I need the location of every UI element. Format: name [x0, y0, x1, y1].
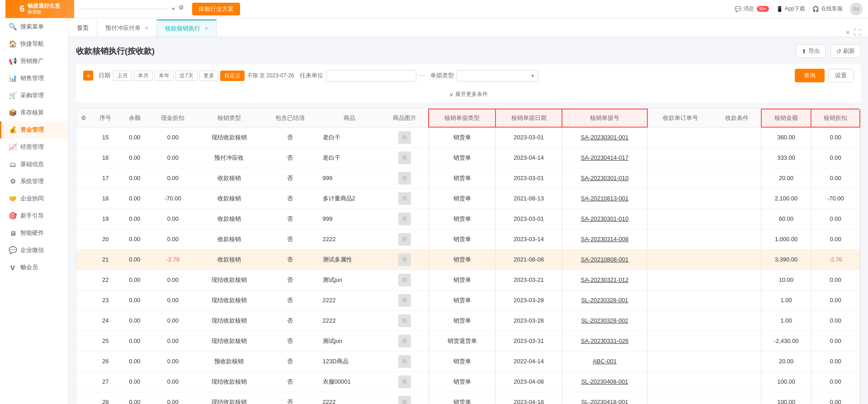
table-row: 28 0.00 0.00 现结收款核销 否 2222 图 销货单 2023-04…	[76, 392, 860, 404]
setting-button[interactable]: 设置	[828, 69, 854, 82]
verify-doc-no-cell[interactable]: SA-20230331-026	[562, 331, 647, 351]
cash-discount-cell: 0.00	[149, 351, 197, 371]
gear-icon[interactable]: ⚙	[179, 4, 189, 14]
verify-type-cell: 预付冲应收	[197, 147, 262, 168]
receipt-type-select[interactable]	[457, 70, 538, 81]
verify-discount-cell: 0.00	[811, 392, 860, 404]
tab-collection-close[interactable]: ×	[205, 25, 208, 32]
verify-doc-type-cell: 销货单	[429, 270, 495, 290]
date-btn-last-month[interactable]: 上月	[113, 71, 132, 81]
verify-doc-no-cell[interactable]: SA-20230301-001	[562, 127, 647, 147]
date-btn-this-year[interactable]: 本年	[155, 71, 174, 81]
tab-prepay-close[interactable]: ×	[145, 25, 148, 31]
page-title: 收款核销执行(按收款)	[76, 46, 155, 57]
app-download-group[interactable]: 📱 App下载	[776, 5, 805, 13]
tab-prepay[interactable]: 预付冲应付单 ×	[97, 19, 157, 37]
verify-doc-type-cell: 销货单	[429, 209, 495, 229]
product-img-cell: 图	[381, 290, 429, 310]
service-icon: 🎧	[812, 6, 819, 12]
sidebar-item-basic[interactable]: 🗂 基础信息	[0, 156, 68, 173]
filter-expand-button[interactable]: »	[83, 71, 93, 81]
verify-doc-no-cell[interactable]: SA-20230314-008	[562, 229, 647, 249]
industry-button[interactable]: 体验行业方案	[192, 3, 240, 15]
verify-doc-no-cell[interactable]: SA-20230321-012	[562, 270, 647, 290]
product-cell: 衣服00001	[318, 371, 381, 392]
product-img-cell: 图	[381, 209, 429, 229]
date-btn-7days[interactable]: 近7天	[175, 71, 198, 81]
date-btn-more[interactable]: 更多	[199, 71, 218, 81]
tab-expand-icon[interactable]: ⛶	[854, 29, 861, 37]
sidebar-item-search[interactable]: 🔍 搜索菜单	[0, 18, 68, 35]
date-filter-group: 日期 上月 本月 本年 近7天 更多 自定义 不限 至 2023-07-26	[99, 71, 294, 81]
sidebar-item-hardware[interactable]: 🖥 智能硬件	[0, 224, 68, 242]
sidebar-item-system[interactable]: ⚙ 系统管理	[0, 173, 68, 190]
verify-doc-type-cell: 销货单	[429, 168, 495, 188]
included-settled-cell: 否	[262, 310, 318, 331]
product-cell: 测试jun	[318, 270, 381, 290]
query-button[interactable]: 查询	[795, 69, 825, 82]
expand-icon: »	[86, 72, 90, 79]
table-row: 22 0.00 0.00 现结收款核销 否 测试jun 图 销货单 2023-0…	[76, 270, 860, 290]
verify-doc-no-cell[interactable]: SA-20230301-010	[562, 168, 647, 188]
message-group[interactable]: 💬 消息 99+	[735, 5, 769, 13]
verify-doc-date-cell: 2023-04-08	[495, 371, 562, 392]
sidebar-item-sales[interactable]: 📊 销售管理	[0, 70, 68, 87]
receipt-order-no-cell	[647, 147, 713, 168]
verify-doc-no-cell[interactable]: SA-20230414-017	[562, 147, 647, 168]
avatar[interactable]: Rit	[850, 3, 863, 15]
online-service-group[interactable]: 🎧 在线客服	[812, 5, 843, 13]
tab-close-all-icon[interactable]: ×	[846, 29, 850, 37]
th-receipt-order-no: 收款单订单号	[647, 109, 713, 127]
sidebar-item-operation[interactable]: 📈 经营管理	[0, 138, 68, 156]
refresh-button[interactable]: ↺ 刷新	[830, 44, 861, 58]
verify-doc-no-cell[interactable]: SL-20230408-001	[562, 371, 647, 392]
included-settled-cell: 否	[262, 229, 318, 249]
product-img-cell: 图	[381, 249, 429, 270]
verify-doc-no-cell[interactable]: SA-20230301-010	[562, 209, 647, 229]
settings-cell	[76, 270, 91, 290]
app-download-label: App下载	[785, 5, 805, 13]
tab-home-label: 首页	[77, 24, 89, 32]
sidebar-label-quick-nav: 快捷导航	[20, 40, 44, 48]
verify-doc-no-cell[interactable]: SA-20210808-001	[562, 249, 647, 270]
seq-cell: 21	[91, 249, 120, 270]
verify-doc-no-cell[interactable]: SL-20230418-001	[562, 392, 647, 404]
sidebar-item-member[interactable]: V 畅会员	[0, 259, 68, 276]
table-settings-icon[interactable]: ⚙	[81, 114, 86, 121]
dropdown-icon[interactable]: ▾	[172, 5, 175, 12]
sidebar-item-inventory[interactable]: 📦 库存核算	[0, 104, 68, 121]
sidebar-item-cooperation[interactable]: 🤝 企业协同	[0, 190, 68, 207]
sidebar-label-hardware: 智能硬件	[20, 229, 44, 237]
cash-discount-cell: 0.00	[149, 392, 197, 404]
verify-doc-no-cell[interactable]: SL-20230328-002	[562, 310, 647, 331]
export-button[interactable]: ⬆ 导出	[796, 44, 826, 58]
sidebar-item-marketing[interactable]: 📢 营销推广	[0, 52, 68, 70]
url-bar[interactable]	[78, 8, 168, 10]
date-btn-this-month[interactable]: 本月	[134, 71, 153, 81]
sidebar-label-sales: 销售管理	[20, 74, 44, 82]
settings-cell	[76, 392, 91, 404]
tab-home[interactable]: 首页	[69, 19, 97, 37]
sidebar-item-purchase[interactable]: 🛒 采购管理	[0, 87, 68, 104]
verify-doc-no-cell[interactable]: ABC-001	[562, 351, 647, 371]
included-settled-cell: 否	[262, 371, 318, 392]
sidebar-item-wechat[interactable]: 💬 企业微信	[0, 242, 68, 259]
receipt-condition-cell	[713, 229, 761, 249]
verify-doc-no-cell[interactable]: SA-20210813-001	[562, 188, 647, 209]
verify-doc-date-cell: 2023-04-14	[495, 147, 562, 168]
receipt-condition-cell	[713, 371, 761, 392]
from-unit-ellipsis[interactable]: ···	[419, 71, 425, 80]
from-unit-input[interactable]	[326, 70, 416, 81]
sidebar-item-guide[interactable]: 🎯 新手引导	[0, 207, 68, 224]
more-conditions-btn[interactable]: ∨ 展开更多条件	[449, 90, 488, 98]
tab-collection[interactable]: 收款核销执行 ×	[157, 19, 217, 37]
verify-doc-no-cell[interactable]: SL-20230328-001	[562, 290, 647, 310]
purchase-icon: 🛒	[9, 91, 17, 100]
date-filter-label: 日期	[99, 71, 110, 80]
th-verify-doc-no: 核销单据号	[562, 109, 647, 127]
sidebar-item-quick-nav[interactable]: 🏠 快捷导航	[0, 35, 68, 52]
sidebar-item-finance[interactable]: 💰 资金管理	[0, 121, 68, 138]
date-btn-custom[interactable]: 自定义	[220, 71, 245, 81]
table-row: 15 0.00 0.00 现结收款核销 否 老白干 图 销货单 2023-03-…	[76, 127, 860, 147]
from-unit-label: 往来单位	[300, 71, 323, 80]
